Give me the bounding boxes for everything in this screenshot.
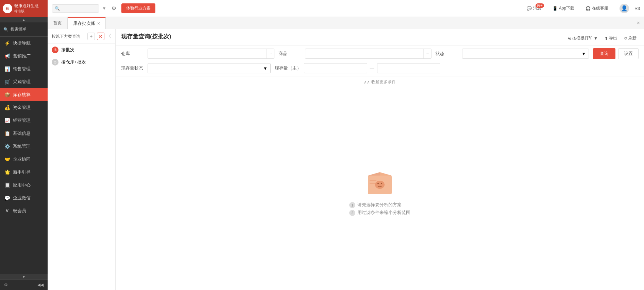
left-panel-header: 按以下方案查询 ＋ ⊙ 《 — [48, 29, 115, 44]
hint-item-2: 2 用过滤条件来缩小分析范围 — [349, 210, 410, 216]
purchase-icon: 🛒 — [4, 79, 10, 85]
print-button[interactable]: 🖨 按模板打印 ▼ — [565, 34, 600, 42]
message-icon: 💬 — [527, 6, 532, 11]
warehouse-dots-btn[interactable]: ··· — [266, 49, 274, 58]
topbar-search-icon: 🔍 — [55, 6, 60, 11]
search-menu-button[interactable]: 🔍 搜索菜单 — [3, 25, 45, 34]
sidebar-item-marketing[interactable]: 📢 营销推广 — [0, 50, 48, 62]
sidebar-item-label: 畅会员 — [13, 208, 26, 214]
user-name: Rit — [634, 6, 640, 11]
newbie-icon: 🌟 — [4, 169, 10, 175]
empty-illustration — [359, 160, 400, 198]
search-menu-label: 搜索菜单 — [11, 26, 27, 32]
goods-field: 商品 ··· — [278, 49, 432, 59]
sidebar-item-finance[interactable]: 💰 资金管理 — [0, 101, 48, 114]
collapse-more-button[interactable]: ∧∧ 收起更多条件 — [116, 76, 644, 88]
collapse-more-label: 收起更多条件 — [371, 79, 396, 85]
service-icon: 🎧 — [586, 6, 591, 11]
user-avatar[interactable]: 👤 — [620, 4, 629, 13]
scroll-up-button[interactable]: ▲ — [0, 17, 48, 22]
query-button[interactable]: 查询 — [593, 48, 615, 59]
system-icon: ⚙️ — [4, 143, 10, 149]
export-icon: ⬆ — [605, 36, 608, 41]
left-panel: 按以下方案查询 ＋ ⊙ 《 批 按批次 ⊙ 按仓库+批次 — [48, 29, 116, 290]
svg-point-3 — [375, 181, 385, 189]
tab-home-label: 首页 — [53, 20, 62, 26]
action-buttons: 查询 设置 — [593, 48, 639, 59]
sidebar-item-label: 新手引导 — [13, 169, 31, 175]
sidebar-item-purchase[interactable]: 🛒 采购管理 — [0, 75, 48, 88]
scheme-icon-red: 批 — [52, 47, 58, 53]
online-service-label: 在线客服 — [592, 5, 608, 11]
sidebar-item-sales[interactable]: 📊 销售管理 — [0, 62, 48, 75]
goods-input-wrap: ··· — [305, 49, 432, 59]
warehouse-label: 仓库 — [121, 51, 145, 57]
scheme-item-by-batch[interactable]: 批 按批次 — [48, 44, 115, 56]
sidebar-item-vip[interactable]: V 畅会员 — [0, 204, 48, 217]
sidebar: 6 畅康通好生意 标准版 ▲ 🔍 搜索菜单 ⚡ 快捷导航 📢 营销推广 📊 销售… — [0, 0, 48, 290]
close-all-tabs-button[interactable]: × — [633, 20, 644, 26]
status-field: 状态 ▼ — [436, 49, 589, 59]
svg-point-4 — [377, 183, 379, 184]
topbar: 🔍 ▼ ⚙ 体验行业方案 💬 消息 99+ 📱 App下载 🎧 在线客服 — [48, 0, 644, 17]
inventory-status-wrap[interactable]: ▼ — [148, 63, 271, 73]
sidebar-header: 6 畅康通好生意 标准版 — [0, 0, 48, 17]
tab-close-icon[interactable]: × — [97, 21, 100, 26]
left-panel-tools: ＋ ⊙ 《 — [87, 33, 111, 40]
collapse-sidebar-button[interactable]: ◀◀ — [37, 283, 44, 287]
goods-dots-btn[interactable]: ··· — [423, 49, 431, 58]
finance-icon: 💰 — [4, 105, 10, 111]
query-form: 现存量查询(按批次) 🖨 按模板打印 ▼ ⬆ 导出 ↻ — [116, 29, 644, 88]
inventory-qty-from[interactable] — [304, 66, 367, 71]
refresh-button[interactable]: ↻ 刷新 — [622, 34, 639, 42]
warehouse-input[interactable] — [148, 51, 266, 56]
tab-inventory-batch[interactable]: 库存批次账 × — [68, 17, 106, 29]
sidebar-item-app-center[interactable]: 🔲 应用中心 — [0, 179, 48, 192]
inventory-qty-label: 现存量（主） — [275, 65, 301, 71]
query-row-2: 现存量状态 ▼ 现存量（主） — — [116, 62, 644, 76]
inventory-status-field: 现存量状态 ▼ — [121, 63, 271, 73]
topbar-search-box[interactable]: 🔍 — [52, 4, 99, 13]
app-logo: 6 — [3, 4, 12, 13]
app-center-icon: 🔲 — [4, 182, 10, 188]
settings-button[interactable]: ⚙ — [4, 283, 8, 287]
sidebar-item-operations[interactable]: 📈 经营管理 — [0, 114, 48, 127]
sidebar-footer: ⚙ ◀◀ — [0, 279, 48, 290]
sales-icon: 📊 — [4, 66, 10, 72]
collapse-panel-button[interactable]: 《 — [106, 33, 111, 39]
scroll-down-button[interactable]: ▼ — [0, 274, 48, 279]
sidebar-item-basic-info[interactable]: 📋 基础信息 — [0, 127, 48, 140]
messages-button[interactable]: 💬 消息 99+ — [527, 5, 541, 11]
sidebar-item-enterprise[interactable]: 🤝 企业协同 — [0, 153, 48, 166]
warehouse-input-wrap: ··· — [148, 49, 274, 59]
export-button[interactable]: ⬆ 导出 — [603, 34, 619, 42]
sidebar-item-inventory[interactable]: 📦 库存核算 — [0, 88, 48, 101]
content-area: 按以下方案查询 ＋ ⊙ 《 批 按批次 ⊙ 按仓库+批次 — [48, 29, 644, 290]
online-service-button[interactable]: 🎧 在线客服 — [586, 5, 608, 11]
scheme-item-by-warehouse-batch[interactable]: ⊙ 按仓库+批次 — [48, 56, 115, 68]
sidebar-item-shortcut[interactable]: ⚡ 快捷导航 — [0, 37, 48, 50]
query-row-1: 仓库 ··· 商品 ··· — [116, 46, 644, 62]
basic-info-icon: 📋 — [4, 130, 10, 137]
collapse-up-icon: ∧∧ — [364, 80, 370, 85]
sidebar-item-newbie[interactable]: 🌟 新手引导 — [0, 166, 48, 179]
topbar-gear-button[interactable]: ⚙ — [109, 4, 119, 13]
operations-icon: 📈 — [4, 117, 10, 124]
sidebar-item-system[interactable]: ⚙️ 系统管理 — [0, 140, 48, 153]
svg-point-5 — [381, 183, 382, 184]
experience-btn[interactable]: 体验行业方案 — [121, 3, 155, 13]
settings-button-form[interactable]: 设置 — [618, 48, 639, 59]
topbar-dropdown-icon[interactable]: ▼ — [102, 6, 106, 11]
divider2 — [580, 5, 580, 12]
user-icon: 👤 — [621, 5, 628, 12]
messages-badge: 99+ — [536, 3, 544, 8]
scheme-icon-gray: ⊙ — [52, 59, 58, 66]
add-scheme-button[interactable]: ＋ — [87, 33, 95, 40]
right-panel: 现存量查询(按批次) 🖨 按模板打印 ▼ ⬆ 导出 ↻ — [116, 29, 644, 290]
inventory-qty-to[interactable] — [377, 66, 440, 71]
scheme-settings-button[interactable]: ⊙ — [97, 33, 104, 40]
app-download-button[interactable]: 📱 App下载 — [553, 5, 574, 11]
tab-home[interactable]: 首页 — [48, 17, 68, 29]
sidebar-item-wechat[interactable]: 💬 企业微信 — [0, 192, 48, 204]
goods-input[interactable] — [305, 51, 424, 56]
